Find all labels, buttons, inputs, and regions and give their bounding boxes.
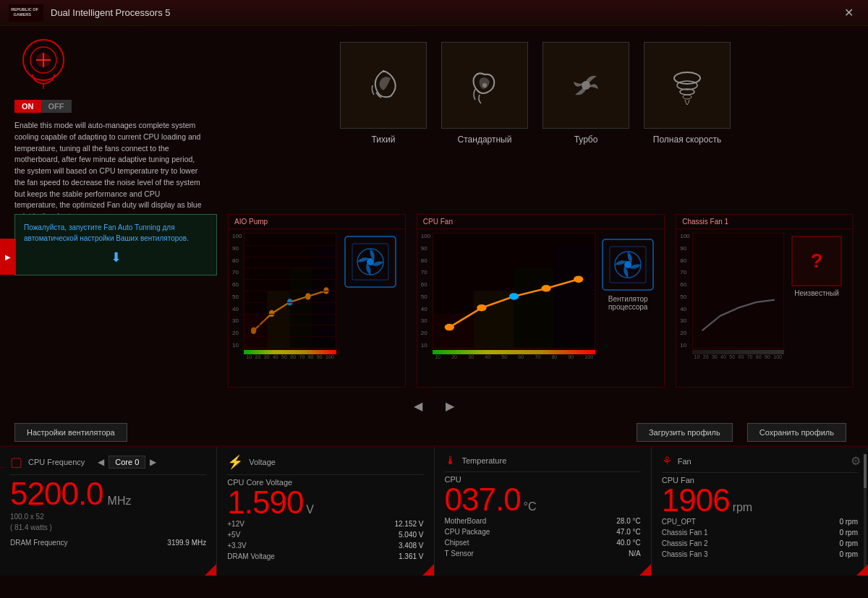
ai-brain-icon (14, 35, 72, 93)
chassis-unknown-icon: ? (791, 236, 842, 286)
fan-row-label: Chassis Fan 3 (662, 550, 708, 558)
thermometer-icon: 🌡 (445, 454, 456, 467)
cpu-chart-svg (433, 234, 595, 348)
voltage-row-label: +3.3V (227, 542, 246, 550)
fan-nav-next[interactable]: ▶ (441, 398, 459, 414)
cpu-frequency-panel: ▢ CPU Frequency ◀ Core 0 ▶ 5200.0 MHz 10… (0, 447, 217, 576)
svg-point-9 (482, 83, 487, 87)
turbo-mode-icon-box[interactable] (542, 42, 629, 129)
fan-cards-row: Пожалуйста, запустите Fan Auto Tunning д… (0, 214, 868, 395)
turbo-icon (561, 60, 611, 111)
aio-fan-3d-icon (341, 233, 399, 291)
fan-row-label: Chassis Fan 2 (662, 539, 708, 547)
chassis-fan1-card[interactable]: Chassis Fan 1 10090807060 5040302010 (676, 214, 854, 388)
svg-point-33 (477, 304, 486, 311)
save-profile-button[interactable]: Сохранить профиль (747, 423, 846, 442)
silent-mode-icon-box[interactable] (340, 42, 427, 129)
aio-chart-x-labels: 1020304050 60708090100 (244, 354, 336, 359)
cpu-fan-rpm-value: 1906 (662, 484, 730, 516)
aio-chart-canvas (244, 233, 336, 349)
fan-auto-tuning-message: Пожалуйста, запустите Fan Auto Tunning д… (24, 223, 189, 242)
fan-row: Chassis Fan 30 rpm (662, 549, 858, 560)
close-button[interactable]: ✕ (838, 3, 859, 22)
svg-point-35 (542, 285, 551, 291)
cpu-temp-unit: °C (524, 500, 537, 513)
red-corner-decoration (422, 564, 434, 576)
ai-description: Enable this mode will auto-manages compl… (14, 120, 203, 223)
temp-row-value: 28.0 °C (597, 517, 641, 525)
cpu-fan-label: Вентилятор процессора (598, 295, 658, 311)
fan-settings-button[interactable]: Настройки вентилятора (14, 423, 127, 442)
fan-scrollbar-thumb[interactable] (864, 454, 867, 488)
main-content: ON OFF Enable this mode will auto-manage… (0, 26, 868, 598)
load-profile-button[interactable]: Загрузить профиль (637, 423, 733, 442)
fan-status-title: ⚘ Fan ⚙ (662, 454, 858, 473)
core-next-arrow[interactable]: ▶ (148, 457, 158, 467)
mode-icons-row: ON OFF Enable this mode will auto-manage… (0, 26, 868, 214)
fan-row-label: Chassis Fan 1 (662, 529, 708, 537)
fan-scrollbar[interactable] (864, 454, 867, 568)
top-section: ON OFF Enable this mode will auto-manage… (0, 26, 868, 445)
full-speed-mode-icon-box[interactable] (644, 42, 731, 129)
core-selector[interactable]: ◀ Core 0 ▶ (96, 456, 158, 469)
temp-row-label: T Sensor (445, 550, 474, 558)
fan-panel: ⚘ Fan ⚙ CPU Fan 1906 rpm CPU_OPT0 rpmCha… (652, 447, 868, 576)
cpu-fan-card[interactable]: CPU Fan 10090807060 5040302010 (417, 214, 665, 388)
sidebar-expand-button[interactable] (0, 239, 16, 275)
temp-row-label: Chipset (445, 539, 469, 547)
temp-row: T SensorN/A (445, 548, 641, 559)
full-speed-label: Полная скорость (653, 134, 721, 145)
fan-nav-prev[interactable]: ◀ (409, 398, 427, 414)
temp-row-label: MotherBoard (445, 517, 487, 525)
chassis-chart-x-labels: 1020304050 60708090100 (692, 354, 784, 359)
svg-rect-30 (514, 268, 555, 348)
left-panel: ON OFF Enable this mode will auto-manage… (14, 35, 217, 223)
red-corner-decoration (856, 564, 868, 576)
core-prev-arrow[interactable]: ◀ (96, 457, 106, 467)
silent-label: Тихий (372, 134, 396, 145)
right-buttons: Загрузить профиль Сохранить профиль (637, 423, 854, 442)
voltage-row: +12V12.152 V (227, 518, 423, 529)
voltage-icon: ⚡ (227, 454, 243, 470)
voltage-row-label: DRAM Voltage (227, 552, 275, 560)
aio-pump-card[interactable]: AIO Pump 10090807060 5040302010 (228, 214, 406, 388)
mode-full-speed[interactable]: Полная скорость (640, 42, 734, 145)
cpu-fan-rpm-unit: rpm (733, 501, 753, 514)
temp-row-value: 47.0 °C (597, 528, 641, 536)
fan-row-label: CPU_OPT (662, 518, 696, 526)
mode-standard[interactable]: Стандартный (438, 42, 532, 145)
cpu-freq-title: ▢ CPU Frequency ◀ Core 0 ▶ (10, 454, 206, 475)
silent-icon (358, 60, 409, 111)
svg-text:GAMERS: GAMERS (13, 12, 31, 17)
voltage-row-value: 1.361 V (380, 552, 424, 560)
temp-row: MotherBoard28.0 °C (445, 516, 641, 526)
temp-row-value: 40.0 °C (597, 539, 641, 547)
chassis-fan-label: Неизвестный (794, 289, 839, 297)
on-off-toggle[interactable]: ON OFF (14, 100, 203, 113)
chassis-chart-canvas (692, 233, 784, 349)
svg-rect-20 (244, 314, 267, 348)
fan-rows: CPU_OPT0 rpmChassis Fan 10 rpmChassis Fa… (662, 516, 858, 560)
mode-turbo[interactable]: Турбо (539, 42, 633, 145)
turbo-label: Турбо (574, 134, 598, 145)
rog-logo: REPUBLIC OF GAMERS (9, 4, 43, 22)
settings-gear-icon[interactable]: ⚙ (851, 454, 861, 468)
svg-point-36 (574, 275, 583, 282)
svg-rect-31 (554, 245, 595, 348)
on-button[interactable]: ON (14, 100, 41, 113)
fan-row-value: 0 rpm (814, 518, 858, 526)
cpu-core-voltage-value: 1.590 (227, 487, 303, 518)
chassis-chart-svg (693, 234, 783, 348)
dram-freq-label: DRAM Frequency (10, 539, 67, 547)
fan-row: Chassis Fan 20 rpm (662, 538, 858, 549)
dram-freq-row: DRAM Frequency 3199.9 MHz (10, 537, 206, 548)
mode-silent[interactable]: Тихий (336, 42, 430, 145)
off-button[interactable]: OFF (41, 100, 72, 113)
cpu-fan-3d-icon (599, 236, 657, 294)
red-corner-decoration (205, 564, 216, 576)
aio-chart-y-labels: 10090807060 5040302010 (232, 233, 244, 349)
standard-mode-icon-box[interactable] (441, 42, 528, 129)
fan-row: CPU_OPT0 rpm (662, 516, 858, 527)
cpu-freq-sub2: ( 81.4 watts ) (10, 524, 206, 531)
temp-rows: MotherBoard28.0 °CCPU Package47.0 °CChip… (445, 516, 641, 559)
